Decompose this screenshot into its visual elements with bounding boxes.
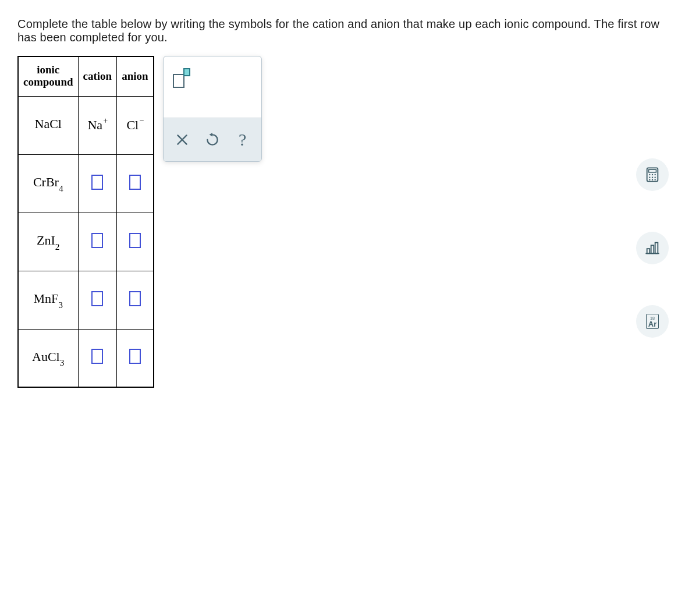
side-toolbar: 18 Ar <box>636 158 669 338</box>
superscript-button[interactable] <box>172 67 193 88</box>
input-box[interactable] <box>129 175 141 190</box>
cell-compound: NaCl <box>18 96 78 154</box>
input-box[interactable] <box>129 349 141 364</box>
header-cation: cation <box>78 56 117 96</box>
help-button[interactable]: ? <box>231 128 254 151</box>
clear-button[interactable] <box>171 128 194 151</box>
formula-sub: 3 <box>60 357 65 367</box>
cell-anion-input[interactable] <box>117 271 154 329</box>
calculator-icon <box>644 167 661 183</box>
periodic-table-button[interactable]: 18 Ar <box>636 305 669 338</box>
ionic-compound-table: ionic compound cation anion NaCl Na+ Cl− <box>17 56 154 388</box>
table-row: MnF3 <box>18 271 154 329</box>
table-row: ZnI2 <box>18 213 154 271</box>
input-box[interactable] <box>129 291 141 306</box>
svg-point-5 <box>649 177 650 178</box>
undo-icon <box>205 132 220 147</box>
cell-anion-input[interactable] <box>117 154 154 213</box>
formula-sub: 4 <box>59 183 63 193</box>
cell-cation-input[interactable] <box>78 329 117 387</box>
svg-point-9 <box>652 179 653 180</box>
periodic-table-icon: 18 Ar <box>646 314 659 329</box>
cell-anion-input[interactable] <box>117 213 154 271</box>
svg-point-7 <box>655 177 656 178</box>
input-box[interactable] <box>91 291 103 306</box>
formula-sub: 2 <box>55 242 60 252</box>
superscript-sup-icon <box>183 68 190 76</box>
question-instructions: Complete the table below by writing the … <box>17 17 668 44</box>
cell-compound: CrBr4 <box>18 154 78 213</box>
ion-charge: + <box>103 116 108 125</box>
graph-button[interactable] <box>636 232 669 264</box>
svg-point-8 <box>649 179 650 180</box>
formula-base: ZnI <box>37 233 55 247</box>
formula-text: MnF3 <box>34 291 63 306</box>
svg-rect-1 <box>649 169 656 172</box>
panel-tools-area <box>164 56 261 118</box>
formula-text: CrBr4 <box>33 175 63 189</box>
svg-point-3 <box>652 174 653 175</box>
equation-editor-panel: ? <box>163 56 262 162</box>
cation-value: Na+ <box>87 118 107 133</box>
bar-chart-icon <box>644 240 661 256</box>
reset-button[interactable] <box>201 128 224 151</box>
cell-cation-input[interactable] <box>78 154 117 213</box>
ion-charge: − <box>139 116 144 125</box>
cell-cation: Na+ <box>78 96 117 154</box>
cell-cation-input[interactable] <box>78 271 117 329</box>
table-header-row: ionic compound cation anion <box>18 56 154 96</box>
svg-point-10 <box>655 179 656 180</box>
header-ionic-compound: ionic compound <box>18 56 78 96</box>
cell-compound: MnF3 <box>18 271 78 329</box>
header-anion: anion <box>117 56 154 96</box>
x-icon <box>175 132 190 147</box>
formula-base: MnF <box>34 291 59 306</box>
superscript-base-icon <box>173 74 184 88</box>
formula-base: NaCl <box>35 116 62 131</box>
svg-point-2 <box>649 174 650 175</box>
ion-base: Cl <box>126 118 139 132</box>
header-compound-text: ionic compound <box>23 63 73 88</box>
formula-text: AuCl3 <box>32 349 64 364</box>
cell-cation-input[interactable] <box>78 213 117 271</box>
formula-text: NaCl <box>35 116 62 131</box>
svg-point-4 <box>655 174 656 175</box>
anion-value: Cl− <box>126 118 143 133</box>
calculator-button[interactable] <box>636 158 669 191</box>
table-row: CrBr4 <box>18 154 154 213</box>
table-row: AuCl3 <box>18 329 154 387</box>
content-row: ionic compound cation anion NaCl Na+ Cl− <box>17 56 668 388</box>
panel-action-bar: ? <box>164 118 261 161</box>
formula-base: CrBr <box>33 175 59 189</box>
element-symbol: Ar <box>648 320 656 328</box>
input-box[interactable] <box>91 175 103 190</box>
svg-point-6 <box>652 177 653 178</box>
table-row-example: NaCl Na+ Cl− <box>18 96 154 154</box>
svg-rect-12 <box>651 245 654 253</box>
input-box[interactable] <box>91 349 103 364</box>
cell-anion: Cl− <box>117 96 154 154</box>
svg-rect-11 <box>647 249 650 253</box>
cell-compound: AuCl3 <box>18 329 78 387</box>
cell-compound: ZnI2 <box>18 213 78 271</box>
formula-text: ZnI2 <box>37 233 59 247</box>
svg-rect-13 <box>655 243 658 254</box>
input-box[interactable] <box>129 233 141 248</box>
formula-sub: 3 <box>58 300 63 310</box>
input-box[interactable] <box>91 233 103 248</box>
ion-base: Na <box>87 118 102 132</box>
formula-base: AuCl <box>32 349 60 364</box>
cell-anion-input[interactable] <box>117 329 154 387</box>
